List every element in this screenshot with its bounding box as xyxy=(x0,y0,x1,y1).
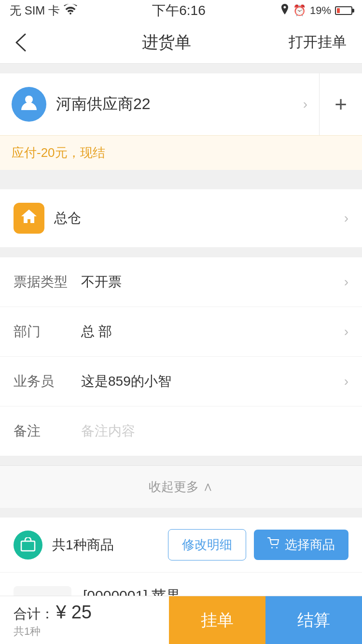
hang-order-button[interactable]: 挂单 xyxy=(169,596,265,644)
open-pending-button[interactable]: 打开挂单 xyxy=(289,32,347,52)
supplier-name: 河南供应商22 xyxy=(56,94,303,115)
nav-bar: 进货单 打开挂单 xyxy=(0,21,362,64)
salesperson-label: 业务员 xyxy=(14,372,81,391)
battery-indicator xyxy=(335,6,352,15)
section-gap-1 xyxy=(0,64,362,73)
person-icon xyxy=(20,94,38,115)
department-row[interactable]: 部门 总 部 › xyxy=(0,307,362,357)
edit-detail-button[interactable]: 修改明细 xyxy=(168,529,246,560)
chevron-right-icon-dept: › xyxy=(344,324,348,339)
status-bar: 无 SIM 卡 下午6:16 ⏰ 19% xyxy=(0,0,362,21)
department-value: 总 部 xyxy=(81,322,344,341)
product-count-text: 共1种商品 xyxy=(52,536,168,554)
select-product-label: 选择商品 xyxy=(285,536,335,553)
location-icon xyxy=(280,4,289,17)
house-icon xyxy=(20,208,38,229)
remark-label: 备注 xyxy=(14,422,81,440)
salesperson-value: 这是859的小智 xyxy=(81,372,344,391)
chevron-right-icon-sales: › xyxy=(344,374,348,389)
wifi-icon xyxy=(64,4,77,17)
back-button[interactable] xyxy=(15,33,44,52)
ticket-type-value: 不开票 xyxy=(81,273,344,291)
cart-icon xyxy=(267,537,281,552)
remark-value: 备注内容 xyxy=(81,422,348,440)
ticket-type-label: 票据类型 xyxy=(14,273,81,291)
total-amount: ¥ 25 xyxy=(56,602,92,623)
collapse-button[interactable]: 收起更多 ∧ xyxy=(0,465,362,508)
chevron-right-icon-ticket: › xyxy=(344,274,348,290)
settle-button[interactable]: 结算 xyxy=(265,596,362,644)
footer-total: 合计： ¥ 25 共1种 xyxy=(0,596,169,644)
add-supplier-button[interactable]: + xyxy=(320,73,362,135)
status-bar-left: 无 SIM 卡 xyxy=(10,3,77,18)
svg-rect-1 xyxy=(21,541,35,551)
collapse-label: 收起更多 ∧ xyxy=(149,478,213,495)
svg-point-2 xyxy=(271,547,273,548)
total-label: 合计： xyxy=(14,605,54,623)
department-label: 部门 xyxy=(14,322,81,341)
supplier-section: 河南供应商22 › + xyxy=(0,73,362,135)
warehouse-icon xyxy=(14,203,44,234)
product-header: 共1种商品 修改明细 选择商品 xyxy=(0,518,362,573)
alarm-icon: ⏰ xyxy=(293,4,306,17)
ticket-type-row[interactable]: 票据类型 不开票 › xyxy=(0,257,362,307)
balance-notice: 应付-20元，现结 xyxy=(0,135,362,170)
svg-point-0 xyxy=(25,96,33,103)
supplier-avatar xyxy=(12,87,46,122)
remark-row[interactable]: 备注 备注内容 xyxy=(0,406,362,456)
chevron-right-icon: › xyxy=(303,97,307,112)
time-display: 下午6:16 xyxy=(152,1,206,20)
form-section: 票据类型 不开票 › 部门 总 部 › 业务员 这是859的小智 › 备注 备注… xyxy=(0,257,362,456)
status-bar-right: ⏰ 19% xyxy=(280,4,352,17)
supplier-selector[interactable]: 河南供应商22 › xyxy=(0,73,320,135)
total-count: 共1种 xyxy=(14,624,155,639)
warehouse-selector[interactable]: 总仓 › xyxy=(0,189,362,248)
product-header-icon xyxy=(14,531,42,560)
salesperson-row[interactable]: 业务员 这是859的小智 › xyxy=(0,357,362,406)
section-gap-2 xyxy=(0,170,362,180)
chevron-right-icon-warehouse: › xyxy=(344,210,348,226)
battery-label: 19% xyxy=(310,4,331,17)
page-title: 进货单 xyxy=(142,31,191,54)
select-product-button[interactable]: 选择商品 xyxy=(254,530,348,560)
footer: 合计： ¥ 25 共1种 挂单 结算 xyxy=(0,596,362,644)
carrier-label: 无 SIM 卡 xyxy=(10,3,60,18)
svg-point-3 xyxy=(276,547,278,548)
warehouse-name: 总仓 xyxy=(54,209,344,227)
